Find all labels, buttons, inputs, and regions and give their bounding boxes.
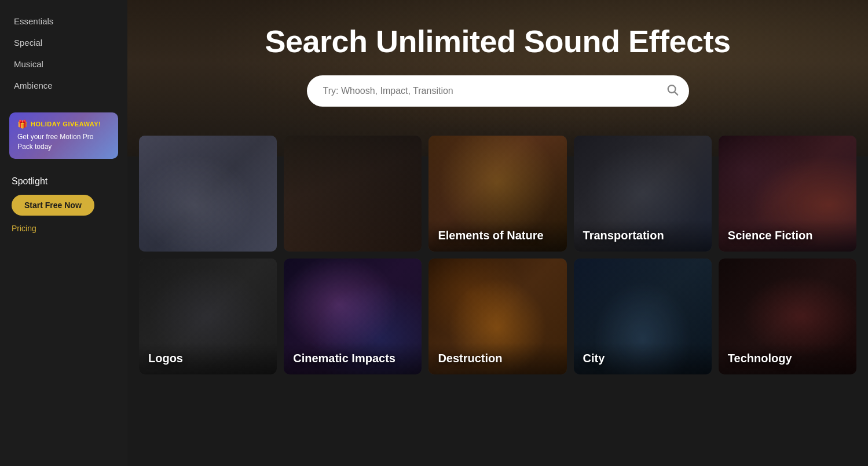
sidebar-bottom: Spotlight Start Free Now Pricing: [0, 165, 127, 233]
tile-cinematic-impacts[interactable]: Cinematic Impacts: [284, 259, 422, 374]
tile-label-destruction: Destruction: [428, 343, 566, 374]
tile-bg-person-laptop: [139, 136, 277, 252]
sidebar-item-essentials[interactable]: Essentials: [12, 12, 116, 31]
search-input[interactable]: [307, 75, 689, 107]
tile-label-cinematic-impacts: Cinematic Impacts: [284, 343, 422, 374]
gift-icon: 🎁: [17, 119, 27, 129]
tile-logos[interactable]: Logos: [139, 259, 277, 374]
start-free-button[interactable]: Start Free Now: [12, 195, 94, 216]
grid-section: Elements of NatureTransportationScience …: [127, 124, 868, 466]
tile-label-science-fiction: Science Fiction: [719, 220, 856, 252]
sidebar-item-special[interactable]: Special: [12, 33, 116, 52]
hero-section: Search Unlimited Sound Effects: [127, 0, 868, 124]
search-bar-wrapper: [307, 75, 689, 107]
search-icon: [666, 83, 679, 96]
tile-label-transportation: Transportation: [574, 220, 712, 252]
sidebar: EssentialsSpecialMusicalAmbience 🎁 HOLID…: [0, 0, 127, 466]
promo-text: Get your free Motion Pro Pack today: [17, 132, 110, 152]
hero-title: Search Unlimited Sound Effects: [162, 23, 833, 59]
pricing-link[interactable]: Pricing: [12, 224, 36, 233]
spotlight-label: Spotlight: [12, 176, 47, 187]
promo-card[interactable]: 🎁 HOLIDAY GIVEAWAY! Get your free Motion…: [9, 112, 118, 159]
sidebar-nav: EssentialsSpecialMusicalAmbience: [0, 12, 127, 95]
tile-label-technology: Technology: [719, 343, 856, 374]
tile-person-laptop[interactable]: [139, 136, 277, 252]
tile-transportation[interactable]: Transportation: [574, 136, 712, 252]
tile-science-fiction[interactable]: Science Fiction: [719, 136, 856, 252]
grid-row-1: Elements of NatureTransportationScience …: [139, 136, 856, 252]
search-button[interactable]: [666, 83, 679, 99]
tile-bg-staircase: [284, 136, 422, 252]
promo-title: HOLIDAY GIVEAWAY!: [31, 121, 101, 128]
tile-destruction[interactable]: Destruction: [428, 259, 566, 374]
sidebar-item-ambience[interactable]: Ambience: [12, 76, 116, 95]
promo-header: 🎁 HOLIDAY GIVEAWAY!: [17, 119, 110, 129]
sidebar-item-musical[interactable]: Musical: [12, 54, 116, 74]
tile-label-city: City: [574, 343, 712, 374]
tile-technology[interactable]: Technology: [719, 259, 856, 374]
grid-row-2: LogosCinematic ImpactsDestructionCityTec…: [139, 259, 856, 374]
tile-label-logos: Logos: [139, 343, 277, 374]
svg-line-1: [675, 92, 677, 95]
main-content: Search Unlimited Sound Effects Elements …: [127, 0, 868, 466]
tile-elements[interactable]: Elements of Nature: [428, 136, 566, 252]
tile-city[interactable]: City: [574, 259, 712, 374]
tile-staircase[interactable]: [284, 136, 422, 252]
tile-label-elements: Elements of Nature: [428, 220, 566, 252]
